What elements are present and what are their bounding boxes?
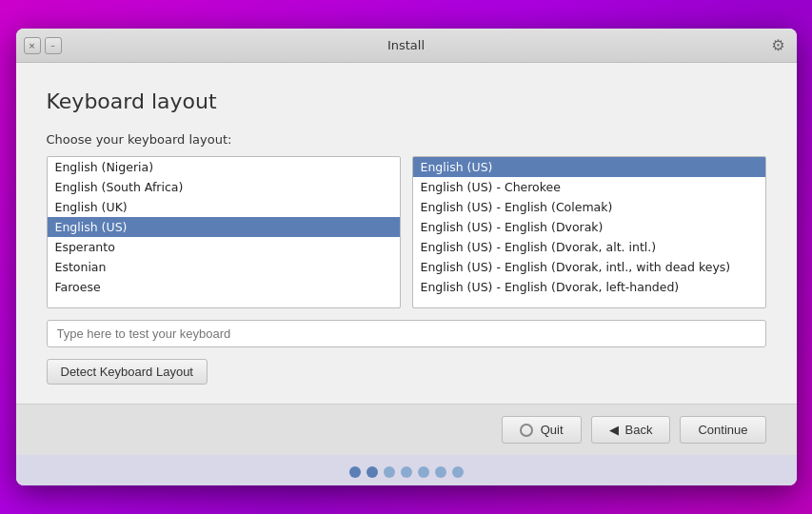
list-item[interactable]: Esperanto	[48, 237, 400, 257]
list-item[interactable]: English (US) - English (Dvorak, left-han…	[413, 277, 765, 297]
variant-list[interactable]: English (US) English (US) - Cherokee Eng…	[412, 156, 766, 308]
gear-icon[interactable]: ⚙	[768, 35, 789, 56]
progress-indicator	[16, 455, 797, 485]
page-title: Keyboard layout	[47, 89, 766, 113]
progress-dot-3	[384, 466, 395, 478]
continue-button[interactable]: Continue	[680, 416, 765, 444]
progress-dot-6	[435, 466, 446, 478]
keyboard-test-input[interactable]	[47, 320, 766, 347]
list-item[interactable]: English (US) - Cherokee	[413, 177, 765, 197]
list-item[interactable]: Faroese	[48, 277, 400, 297]
list-item[interactable]: English (UK)	[48, 197, 400, 217]
progress-dot-1	[349, 466, 361, 478]
window-title: Install	[387, 38, 425, 52]
quit-button[interactable]: Quit	[502, 416, 582, 444]
window-controls: × –	[24, 37, 62, 54]
titlebar: × – Install ⚙	[16, 29, 797, 63]
keyboard-lists: English (Nigeria) English (South Africa)…	[47, 156, 766, 308]
progress-dot-2	[366, 466, 378, 478]
list-item[interactable]: English (US) - English (Colemak)	[413, 197, 765, 217]
progress-dot-5	[418, 466, 429, 478]
list-item[interactable]: English (South Africa)	[48, 177, 400, 197]
language-list[interactable]: English (Nigeria) English (South Africa)…	[47, 156, 401, 308]
list-item-selected[interactable]: English (US)	[413, 157, 765, 177]
close-button[interactable]: ×	[24, 37, 41, 54]
list-item[interactable]: English (Nigeria)	[48, 157, 400, 177]
minimize-button[interactable]: –	[45, 37, 62, 54]
detect-keyboard-button[interactable]: Detect Keyboard Layout	[47, 359, 208, 385]
progress-dot-7	[452, 466, 464, 478]
back-arrow-icon: ◀	[609, 423, 619, 437]
list-item[interactable]: English (US) - English (Dvorak)	[413, 217, 765, 237]
list-item[interactable]: English (US) - English (Dvorak, alt. int…	[413, 237, 765, 257]
install-window: × – Install ⚙ Keyboard layout Choose you…	[16, 29, 797, 485]
progress-dot-4	[401, 466, 412, 478]
list-item[interactable]: Estonian	[48, 257, 400, 277]
back-button[interactable]: ◀ Back	[591, 416, 671, 444]
list-item-selected[interactable]: English (US)	[48, 217, 400, 237]
list-item[interactable]: English (US) - English (Dvorak, intl., w…	[413, 257, 765, 277]
quit-circle-icon	[520, 424, 533, 437]
main-content: Keyboard layout Choose your keyboard lay…	[16, 63, 797, 404]
instructions-label: Choose your keyboard layout:	[47, 132, 766, 147]
footer-bar: Quit ◀ Back Continue	[16, 404, 797, 455]
